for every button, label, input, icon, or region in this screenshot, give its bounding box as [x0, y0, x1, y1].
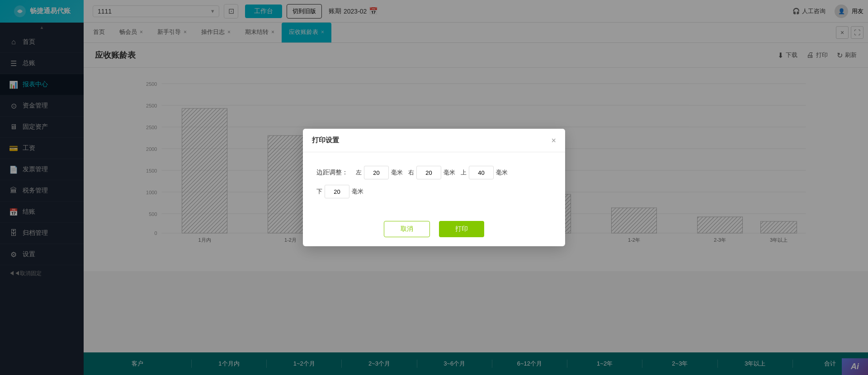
dialog-footer: 取消 打印	[303, 212, 565, 246]
top-unit-label: 毫米	[496, 169, 508, 177]
margin-bottom-group: 下 毫米	[316, 185, 363, 198]
margin-row: 边距调整： 左 毫米 右 毫米 上 毫米 下	[316, 166, 552, 198]
top-direction-label: 上	[461, 169, 467, 177]
top-margin-input[interactable]	[469, 166, 494, 179]
left-unit-label: 毫米	[391, 169, 403, 177]
left-margin-input[interactable]	[364, 166, 389, 179]
margin-left-group: 左 毫米	[356, 166, 403, 179]
margin-label: 边距调整：	[316, 169, 348, 177]
dialog-close-button[interactable]: ×	[551, 136, 556, 145]
bottom-margin-input[interactable]	[325, 185, 349, 198]
dialog-title: 打印设置	[312, 136, 339, 145]
margin-top-group: 上 毫米	[461, 166, 508, 179]
confirm-print-button[interactable]: 打印	[439, 221, 484, 237]
print-settings-dialog: 打印设置 × 边距调整： 左 毫米 右 毫米 上 毫米	[303, 129, 565, 246]
right-unit-label: 毫米	[443, 169, 455, 177]
bottom-direction-label: 下	[316, 188, 322, 196]
modal-overlay[interactable]: 打印设置 × 边距调整： 左 毫米 右 毫米 上 毫米	[0, 0, 868, 375]
bottom-unit-label: 毫米	[352, 188, 363, 196]
margin-right-group: 右 毫米	[408, 166, 455, 179]
left-direction-label: 左	[356, 169, 362, 177]
dialog-body: 边距调整： 左 毫米 右 毫米 上 毫米 下	[303, 152, 565, 212]
dialog-header: 打印设置 ×	[303, 129, 565, 152]
right-margin-input[interactable]	[416, 166, 441, 179]
cancel-button[interactable]: 取消	[384, 221, 430, 237]
right-direction-label: 右	[408, 169, 414, 177]
